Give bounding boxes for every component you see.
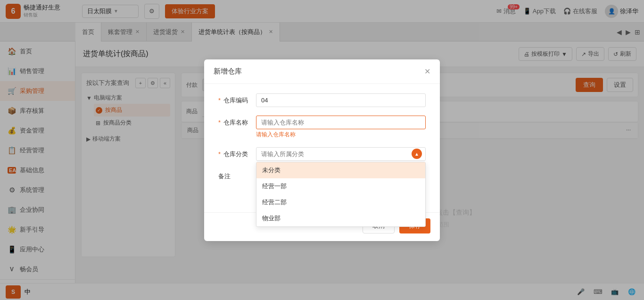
add-warehouse-modal: 新增仓库 ✕ * 仓库编码 * 仓库名称 xyxy=(204,59,440,241)
category-dropdown-list: 未分类 经营一部 经营二部 物业部 xyxy=(256,162,426,227)
option-property[interactable]: 物业部 xyxy=(256,210,425,226)
name-field-row: * 仓库名称 请输入仓库名称 xyxy=(218,116,426,139)
name-input[interactable] xyxy=(256,116,426,129)
name-label: * 仓库名称 xyxy=(218,116,256,127)
category-input[interactable] xyxy=(256,147,426,161)
modal-title: 新增仓库 xyxy=(214,67,242,76)
category-field-row: * 仓库分类 ▲ 未分类 经营一部 经营二部 物业部 xyxy=(218,147,426,161)
category-input-wrap: ▲ 未分类 经营一部 经营二部 物业部 xyxy=(256,147,426,161)
name-input-wrap: 请输入仓库名称 xyxy=(256,116,426,139)
category-label: * 仓库分类 xyxy=(218,147,256,158)
modal-body: * 仓库编码 * 仓库名称 请输入仓库名称 xyxy=(204,84,440,212)
chevron-up-icon: ▲ xyxy=(414,151,419,157)
code-input-wrap xyxy=(256,93,426,107)
modal-header: 新增仓库 ✕ xyxy=(204,59,440,84)
modal-close-button[interactable]: ✕ xyxy=(424,67,430,76)
category-dropdown-arrow[interactable]: ▲ xyxy=(412,149,422,159)
code-input[interactable] xyxy=(256,93,426,107)
code-field-row: * 仓库编码 xyxy=(218,93,426,107)
option-uncategorized[interactable]: 未分类 xyxy=(256,162,425,178)
option-dept1[interactable]: 经营一部 xyxy=(256,178,425,194)
name-error-msg: 请输入仓库名称 xyxy=(256,131,426,139)
modal-overlay: 新增仓库 ✕ * 仓库编码 * 仓库名称 xyxy=(0,0,644,300)
notes-label: 备注 xyxy=(218,169,256,181)
option-dept2[interactable]: 经营二部 xyxy=(256,194,425,210)
code-label: * 仓库编码 xyxy=(218,93,256,105)
